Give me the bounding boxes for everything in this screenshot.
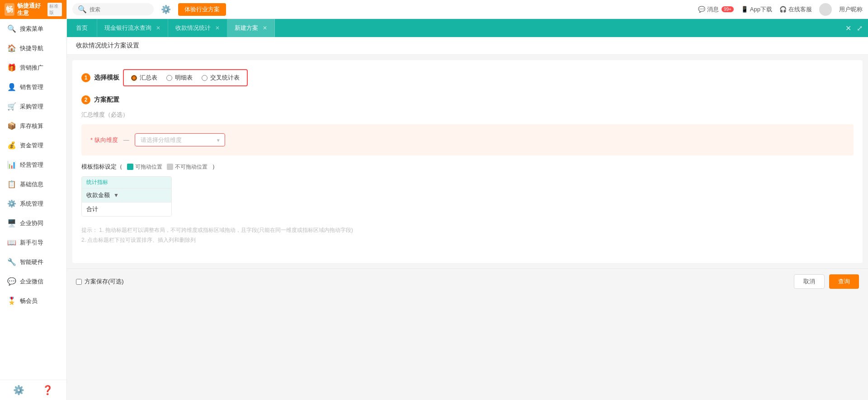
tab-close-new-plan[interactable]: ✕ <box>263 25 267 31</box>
topbar: 🔍 ⚙️ 体验行业方案 💬 消息 99+ 📱 App下载 🎧 在线客服 用户昵称 <box>67 0 868 19</box>
vertical-dimension-label: * 纵向维度 <box>90 136 118 144</box>
member-icon: 🎖️ <box>7 296 16 305</box>
tab-close-bank-flow[interactable]: ✕ <box>156 25 160 31</box>
logo-icon: 畅 <box>5 3 14 16</box>
indicator-settings-header: 模板指标设定（ 可拖动位置 不可拖动位置 ） <box>81 163 854 171</box>
dimension-arrow: — <box>123 136 129 143</box>
save-option-label[interactable]: 方案保存(可选) <box>76 278 124 286</box>
sidebar-item-enterprise-wechat[interactable]: 💬 企业微信 <box>0 272 66 291</box>
avatar[interactable] <box>819 3 832 16</box>
close-window-icon[interactable]: ✕ <box>845 24 851 33</box>
sidebar-item-purchase[interactable]: 🛒 采购管理 <box>0 97 66 116</box>
hint-line2: 2. 点击标题栏下拉可设置排序、插入列和删除列 <box>81 235 854 245</box>
sidebar-item-system[interactable]: ⚙️ 系统管理 <box>0 194 66 213</box>
step2-section: 2 方案配置 汇总维度（必选） * 纵向维度 — 请选择分组维度 <box>81 95 854 245</box>
stats-indicator-dropdown[interactable]: ▼ <box>113 192 119 198</box>
content-area: 收款情况统计方案设置 1 选择模板 汇总表 明细表 <box>67 37 868 400</box>
sidebar-item-finance[interactable]: 💰 资金管理 <box>0 136 66 155</box>
main-card: 1 选择模板 汇总表 明细表 交叉统计表 <box>72 60 863 263</box>
notification-item[interactable]: 💬 消息 99+ <box>698 5 734 14</box>
help-bottom-icon[interactable]: ❓ <box>42 385 53 395</box>
main-area: 🔍 ⚙️ 体验行业方案 💬 消息 99+ 📱 App下载 🎧 在线客服 用户昵称 <box>67 0 868 400</box>
sidebar-item-quick-nav[interactable]: 🏠 快捷导航 <box>0 38 66 58</box>
sidebar-menu: 🔍 搜索菜单 🏠 快捷导航 🎁 营销推广 👤 销售管理 🛒 采购管理 📦 库存核… <box>0 19 66 380</box>
tab-new-plan[interactable]: 新建方案 ✕ <box>227 19 275 37</box>
page-title-bar: 收款情况统计方案设置 <box>67 37 868 55</box>
monitor-icon: 🖥️ <box>7 219 16 227</box>
movable-tag: 可拖动位置 <box>127 163 162 171</box>
money-icon: 💰 <box>7 141 16 150</box>
sidebar-item-basic-info[interactable]: 📋 基础信息 <box>0 174 66 194</box>
dimension-select[interactable]: 请选择分组维度 <box>135 133 225 146</box>
online-service-icon: 🎧 <box>779 6 787 13</box>
sidebar-item-enterprise-collab[interactable]: 🖥️ 企业协同 <box>0 213 66 233</box>
hint-line1: 提示： 1. 拖动标题栏可以调整布局，不可跨维度或指标区域拖动，且字段(只能在同… <box>81 226 854 235</box>
list-icon: 📋 <box>7 180 16 188</box>
radio-detail[interactable]: 明细表 <box>166 74 193 82</box>
trial-button[interactable]: 体验行业方案 <box>178 3 226 16</box>
sidebar-item-inventory[interactable]: 📦 库存核算 <box>0 116 66 136</box>
tabbar-right-controls: ✕ ⤢ <box>840 19 868 37</box>
sidebar-item-operations[interactable]: 📊 经营管理 <box>0 155 66 174</box>
movable-indicator <box>127 164 133 170</box>
cancel-button[interactable]: 取消 <box>794 274 825 289</box>
book-icon: 📖 <box>7 238 16 247</box>
save-checkbox[interactable] <box>76 279 82 285</box>
topbar-right: 💬 消息 99+ 📱 App下载 🎧 在线客服 用户昵称 <box>698 3 863 16</box>
user-icon: 👤 <box>7 83 16 91</box>
stats-box: 统计指标 收款金额 ▼ 合计 <box>81 176 172 216</box>
gift-icon: 🎁 <box>7 63 16 72</box>
footer-buttons: 取消 查询 <box>794 274 859 289</box>
step2-header: 2 方案配置 <box>81 95 854 104</box>
radio-summary[interactable]: 汇总表 <box>131 74 157 82</box>
online-service-item[interactable]: 🎧 在线客服 <box>779 5 812 14</box>
sidebar-badge: 标准版 <box>47 3 62 16</box>
dimension-section-title: 汇总维度（必选） <box>81 111 854 119</box>
sidebar-item-member[interactable]: 🎖️ 畅会员 <box>0 291 66 311</box>
fixed-tag: 不可拖动位置 <box>167 163 208 171</box>
tab-bank-flow[interactable]: 现金银行流水查询 ✕ <box>97 19 168 37</box>
radio-crosstab-input[interactable] <box>202 75 208 81</box>
step2-number: 2 <box>81 95 90 104</box>
chart-icon: 📊 <box>7 160 16 169</box>
sidebar-logo: 畅 畅捷通好生意 标准版 <box>0 0 66 19</box>
page-title: 收款情况统计方案设置 <box>76 42 139 49</box>
step2-title: 方案配置 <box>94 96 119 104</box>
search-icon: 🔍 <box>7 24 16 33</box>
dimension-area: * 纵向维度 — 请选择分组维度 <box>81 124 854 155</box>
radio-summary-input[interactable] <box>131 75 137 81</box>
hints: 提示： 1. 拖动标题栏可以调整布局，不可跨维度或指标区域拖动，且字段(只能在同… <box>81 226 854 245</box>
app-download-item[interactable]: 📱 App下载 <box>741 5 772 14</box>
home-icon: 🏠 <box>7 44 16 52</box>
sidebar-logo-text: 畅捷通好生意 <box>17 2 45 16</box>
tab-payment-stats[interactable]: 收款情况统计 ✕ <box>168 19 227 37</box>
settings-bottom-icon[interactable]: ⚙️ <box>13 385 24 395</box>
topbar-search-container: 🔍 <box>72 3 154 15</box>
query-button[interactable]: 查询 <box>829 274 859 289</box>
tabbar: 首页 现金银行流水查询 ✕ 收款情况统计 ✕ 新建方案 ✕ ✕ ⤢ <box>67 19 868 37</box>
sidebar-item-marketing[interactable]: 🎁 营销推广 <box>0 58 66 77</box>
step1-header: 1 选择模板 汇总表 明细表 交叉统计表 <box>81 69 854 86</box>
tab-close-payment-stats[interactable]: ✕ <box>215 25 220 31</box>
sidebar-item-smart-hardware[interactable]: 🔧 智能硬件 <box>0 252 66 272</box>
step1-number: 1 <box>81 73 90 82</box>
sidebar-item-search[interactable]: 🔍 搜索菜单 <box>0 19 66 38</box>
tab-home[interactable]: 首页 <box>67 19 97 37</box>
dimension-row: * 纵向维度 — 请选择分组维度 <box>90 133 844 146</box>
sidebar-item-sales[interactable]: 👤 销售管理 <box>0 77 66 97</box>
sidebar-bottom: ⚙️ ❓ <box>0 380 66 400</box>
radio-detail-input[interactable] <box>166 75 172 81</box>
cart-icon: 🛒 <box>7 102 16 111</box>
sidebar-item-newbie[interactable]: 📖 新手引导 <box>0 233 66 252</box>
radio-crosstab[interactable]: 交叉统计表 <box>202 74 240 82</box>
username: 用户昵称 <box>839 5 863 14</box>
hardware-icon: 🔧 <box>7 258 16 266</box>
search-input[interactable] <box>90 6 144 13</box>
stats-total-row: 合计 <box>82 202 171 216</box>
maximize-window-icon[interactable]: ⤢ <box>857 24 863 33</box>
stats-box-header: 统计指标 <box>82 177 171 188</box>
box-icon: 📦 <box>7 122 16 130</box>
stats-indicator-name: 收款金额 <box>86 191 110 199</box>
settings-icon[interactable]: ⚙️ <box>161 5 171 14</box>
step1-section: 1 选择模板 汇总表 明细表 交叉统计表 <box>81 69 854 86</box>
